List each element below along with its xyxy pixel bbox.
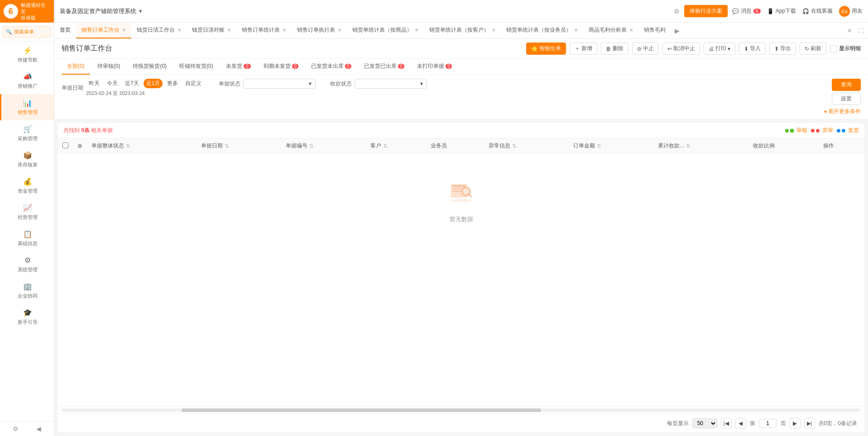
sidebar-item-quick-nav[interactable]: ⚡ 快捷导航 xyxy=(0,42,54,68)
first-page-button[interactable]: |◀ xyxy=(721,418,732,429)
delete-button[interactable]: 🗑 删除 xyxy=(601,43,628,55)
tab-close-icon[interactable]: ✕ xyxy=(492,28,495,33)
tab-close-all-button[interactable]: ✕ xyxy=(844,26,854,36)
tab-sales-summary-product[interactable]: 销货单统计表（按商品） ✕ xyxy=(347,23,424,38)
sidebar-item-operations[interactable]: 📈 经营管理 xyxy=(0,199,54,225)
subtab-all[interactable]: 全部(0) xyxy=(62,59,90,75)
status-select[interactable]: ▾ xyxy=(243,79,316,89)
smart-gen-button[interactable]: ⭐ 智能生单 xyxy=(526,43,566,55)
search-menu-button[interactable]: 🔍 搜索菜单 xyxy=(3,26,51,38)
subtab-shipped-not-out[interactable]: 已发货未出库 0 xyxy=(306,59,357,75)
online-service-button[interactable]: 🎧 在线客服 xyxy=(802,7,833,15)
shortcut-more[interactable]: 更多 xyxy=(164,79,181,88)
add-button[interactable]: ＋ 新增 xyxy=(570,43,597,55)
tab-close-icon[interactable]: ✕ xyxy=(338,28,341,33)
subtab-unprinted[interactable]: 未打印单据 0 xyxy=(412,59,457,75)
add-icon: ＋ xyxy=(575,45,580,52)
th-amount[interactable]: 订单金额 ⇅ xyxy=(569,138,653,154)
sidebar-item-purchase[interactable]: 🛒 采购管理 xyxy=(0,120,54,147)
export-button[interactable]: ⬆ 导出 xyxy=(769,43,796,55)
show-detail-toggle[interactable]: 显示明细 xyxy=(830,45,861,52)
tab-sales-summary-customer[interactable]: 销货单统计表（按客户） ✕ xyxy=(424,23,501,38)
sidebar-item-guide[interactable]: 🎓 新手引导 xyxy=(0,304,54,330)
subtab-shipped-out[interactable]: 已发货已出库 0 xyxy=(359,59,410,75)
filter-setting-button[interactable]: 设置 xyxy=(832,93,861,105)
cancel-stop-button[interactable]: ↩ 取消中止 xyxy=(662,43,700,55)
app-download-button[interactable]: 📱 App下载 xyxy=(767,7,796,15)
settings-button[interactable]: ⚙ xyxy=(13,425,19,432)
page-number-input[interactable] xyxy=(759,419,777,428)
tab-close-icon[interactable]: ✕ xyxy=(629,28,633,33)
audit-button[interactable]: 审核 xyxy=(785,127,807,134)
th-received[interactable]: 累计收款... ⇅ xyxy=(653,138,748,154)
tab-close-icon[interactable]: ✕ xyxy=(227,28,231,33)
import-button[interactable]: ⬇ 导入 xyxy=(739,43,766,55)
tab-close-icon[interactable]: ✕ xyxy=(283,28,286,33)
shortcut-1month[interactable]: 近1月 xyxy=(144,79,163,88)
tab-close-icon[interactable]: ✕ xyxy=(122,28,126,33)
page-size-select[interactable]: 20 50 100 200 xyxy=(692,418,717,428)
tab-sales-workbench[interactable]: 销售订单工作台 ✕ xyxy=(76,23,131,38)
sidebar-item-inventory[interactable]: 📦 库存核算 xyxy=(0,147,54,173)
tab-cash-clearing[interactable]: 钱货日清工作台 ✕ xyxy=(131,23,187,38)
payment-select[interactable]: ▾ xyxy=(355,79,427,89)
industry-solution-button[interactable]: 体验行业方案 xyxy=(684,5,728,17)
print-button[interactable]: 🖨 打印 ▾ xyxy=(704,43,735,55)
tab-expand-button[interactable]: ⛶ xyxy=(855,26,866,36)
data-table: ⚙ 单据整体状态 ⇅ 单据日期 ⇅ xyxy=(58,138,864,154)
shortcut-today[interactable]: 今天 xyxy=(104,79,120,88)
table-scroll-container[interactable]: ⚙ 单据整体状态 ⇅ 单据日期 ⇅ xyxy=(58,138,864,406)
th-abnormal[interactable]: 异常信息 ⇅ xyxy=(484,138,569,154)
last-page-button[interactable]: ▶| xyxy=(804,418,815,429)
horizontal-scrollbar[interactable] xyxy=(58,406,864,414)
query-button[interactable]: 查询 xyxy=(832,79,861,91)
subtab-overdue-unshipped[interactable]: 到期未发货 0 xyxy=(258,59,304,75)
tab-close-icon[interactable]: ✕ xyxy=(574,28,578,33)
next-page-button[interactable]: ▶ xyxy=(790,418,801,429)
subtab-unshipped[interactable]: 未发货 0 xyxy=(221,59,256,75)
tab-sales-exec[interactable]: 销售订单执行表 ✕ xyxy=(292,23,347,38)
sidebar-item-system[interactable]: ⚙ 系统管理 xyxy=(0,251,54,278)
sidebar-item-basic-info[interactable]: 📋 基础信息 xyxy=(0,225,54,251)
subtab-pending-inspect[interactable]: 待拣货验货(0) xyxy=(127,59,172,75)
shortcut-7days[interactable]: 近7天 xyxy=(122,79,142,88)
sidebar-logo: 6 畅捷通好生意 标准版 xyxy=(0,0,54,23)
collapse-button[interactable]: ◀ xyxy=(36,425,41,432)
th-number[interactable]: 单据编号 ⇅ xyxy=(281,138,366,154)
scrollbar-thumb[interactable] xyxy=(182,408,541,412)
scrollbar-track[interactable] xyxy=(62,408,861,412)
abandon-button[interactable]: 弃审 xyxy=(811,127,833,134)
tab-close-icon[interactable]: ✕ xyxy=(177,28,181,33)
shortcut-custom[interactable]: 自定义 xyxy=(182,79,204,88)
tab-more-button[interactable]: ▶ xyxy=(671,27,683,34)
messages-button[interactable]: 💬 消息 6 xyxy=(732,7,761,15)
system-dropdown-icon[interactable]: ▾ xyxy=(139,8,142,14)
expand-filter-button[interactable]: ▾ 展开更多条件 xyxy=(824,108,861,115)
tab-sales-profit[interactable]: 销售毛利 xyxy=(638,23,671,38)
tab-sales-stat[interactable]: 销售订单统计表 ✕ xyxy=(236,23,292,38)
th-staff[interactable]: 业务员 xyxy=(426,138,484,154)
shortcut-yesterday[interactable]: 昨天 xyxy=(86,79,102,88)
stop-button[interactable]: ⊘ 中止 xyxy=(632,43,659,55)
prev-page-button[interactable]: ◀ xyxy=(735,418,746,429)
user-menu-button[interactable]: Ea 用友 xyxy=(839,6,863,17)
sidebar-item-marketing[interactable]: 📣 营销推广 xyxy=(0,68,54,94)
subtab-wangpu-ship[interactable]: 旺铺待发货(0) xyxy=(174,59,219,75)
th-date[interactable]: 单据日期 ⇅ xyxy=(197,138,281,154)
tab-sales-summary-staff[interactable]: 销货单统计表（按业务员） ✕ xyxy=(501,23,583,38)
tab-home[interactable]: 首页 xyxy=(54,23,76,38)
select-all-checkbox[interactable] xyxy=(62,142,68,148)
tab-cash-reconcile[interactable]: 钱货日清对账 ✕ xyxy=(187,23,236,38)
th-status[interactable]: 单据整体状态 ⇅ xyxy=(87,138,197,154)
refresh-button[interactable]: ↻ 刷新 xyxy=(800,43,826,55)
sidebar-item-finance[interactable]: 💰 资金管理 xyxy=(0,173,54,199)
sidebar-item-enterprise[interactable]: 🏢 企业协同 xyxy=(0,278,54,304)
topbar-settings-icon[interactable]: ⚙ xyxy=(674,8,680,15)
tab-gross-margin[interactable]: 商品毛利分析表 ✕ xyxy=(583,23,638,38)
svg-point-0 xyxy=(451,199,472,202)
tab-close-icon[interactable]: ✕ xyxy=(415,28,418,33)
subtab-pending-review[interactable]: 待审核(0) xyxy=(92,59,126,75)
ship-button[interactable]: 发货 xyxy=(837,127,859,134)
sidebar-item-sales[interactable]: 📊 销售管理 xyxy=(0,94,54,120)
th-customer[interactable]: 客户 ⇅ xyxy=(366,138,426,154)
